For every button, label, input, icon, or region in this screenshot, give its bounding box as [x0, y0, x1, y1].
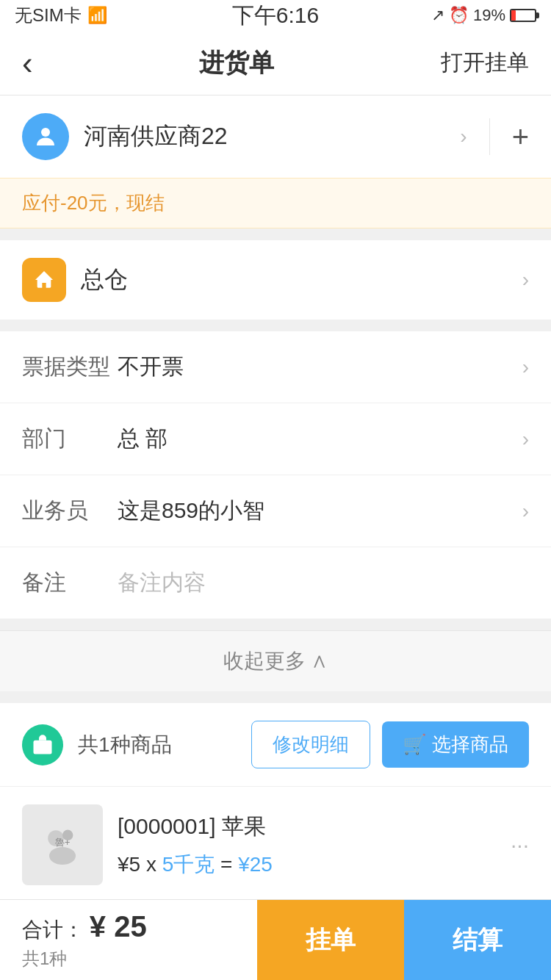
product-thumbnail: 魯+ [22, 804, 103, 885]
battery-icon [510, 9, 536, 22]
product-id: [0000001] [118, 814, 222, 838]
main-content: 河南供应商22 › + 应付-20元，现结 总仓 › 票据类型 不开票 › [0, 96, 551, 980]
suspend-button[interactable]: 挂单 [257, 900, 404, 981]
status-time: 下午6:16 [232, 1, 319, 31]
department-label: 部门 [22, 424, 118, 454]
product-price: ¥5 x 5千克 = ¥25 [118, 851, 496, 879]
product-thumb-icon: 魯+ [40, 823, 84, 867]
equals-sign: = [220, 853, 238, 876]
edit-detail-button[interactable]: 修改明细 [251, 721, 370, 768]
wifi-icon: 📶 [87, 6, 107, 25]
select-product-label: 选择商品 [432, 732, 508, 757]
nav-bar: ‹ 进货单 打开挂单 [0, 31, 551, 96]
status-left: 无SIM卡 📶 [15, 4, 107, 27]
open-pending-button[interactable]: 打开挂单 [441, 48, 529, 78]
product-more-button[interactable]: ··· [511, 832, 529, 857]
status-bar: 无SIM卡 📶 下午6:16 ↗ ⏰ 19% [0, 0, 551, 31]
total-label: 合计： [22, 918, 84, 941]
page-title: 进货单 [199, 46, 274, 80]
remark-placeholder: 备注内容 [118, 568, 529, 598]
product-header: 共1种商品 修改明细 🛒 选择商品 [0, 703, 551, 787]
back-button[interactable]: ‹ [22, 45, 33, 82]
divider [489, 118, 490, 155]
price-unit: ¥5 x [118, 853, 162, 876]
warehouse-icon [22, 258, 66, 302]
user-avatar-icon [32, 123, 59, 150]
warehouse-row[interactable]: 总仓 › [0, 240, 551, 320]
remark-label: 备注 [22, 568, 118, 598]
warehouse-name: 总仓 [81, 264, 522, 296]
salesperson-label: 业务员 [22, 496, 118, 526]
total-count: 共1种 [22, 947, 235, 970]
battery-percent: 19% [473, 6, 505, 25]
bottom-bar: 合计： ¥ 25 共1种 挂单 结算 [0, 899, 551, 980]
checkout-button[interactable]: 结算 [404, 900, 551, 981]
department-row[interactable]: 部门 总 部 › [0, 403, 551, 475]
form-section: 票据类型 不开票 › 部门 总 部 › 业务员 这是859的小智 › 备注 备注… [0, 331, 551, 619]
select-product-button[interactable]: 🛒 选择商品 [382, 721, 529, 768]
product-info: [0000001] 苹果 ¥5 x 5千克 = ¥25 [118, 812, 496, 879]
home-icon [32, 268, 56, 292]
svg-point-4 [49, 847, 76, 865]
product-count-label: 共1种商品 [78, 731, 251, 759]
supplier-chevron-icon: › [460, 125, 467, 148]
add-supplier-button[interactable]: + [512, 120, 529, 154]
warehouse-chevron-icon: › [522, 268, 529, 292]
supplier-section: 河南供应商22 › + 应付-20元，现结 [0, 96, 551, 228]
invoice-type-row[interactable]: 票据类型 不开票 › [0, 331, 551, 403]
collapse-toggle-button[interactable]: 收起更多 ∧ [0, 630, 551, 691]
supplier-name: 河南供应商22 [84, 120, 460, 153]
department-value: 总 部 [118, 424, 522, 454]
salesperson-chevron-icon: › [522, 500, 529, 523]
department-chevron-icon: › [522, 428, 529, 451]
payment-notice: 应付-20元，现结 [0, 178, 551, 228]
supplier-row[interactable]: 河南供应商22 › + [0, 96, 551, 178]
product-title: 苹果 [222, 814, 266, 838]
warehouse-section: 总仓 › [0, 240, 551, 320]
product-icon [22, 724, 63, 765]
total-amount: ¥ 25 [90, 910, 147, 943]
salesperson-value: 这是859的小智 [118, 496, 522, 526]
invoice-type-label: 票据类型 [22, 352, 118, 382]
product-total: ¥25 [238, 853, 273, 876]
total-area: 合计： ¥ 25 共1种 [0, 910, 257, 970]
supplier-avatar [22, 113, 69, 160]
product-item: 魯+ [0000001] 苹果 ¥5 x 5千克 = ¥25 ··· [0, 787, 551, 903]
product-name: [0000001] 苹果 [118, 812, 496, 842]
location-icon: ↗ [431, 6, 444, 25]
svg-text:魯+: 魯+ [55, 837, 71, 848]
svg-point-0 [41, 128, 50, 137]
total-row: 合计： ¥ 25 [22, 910, 235, 944]
svg-rect-1 [34, 740, 52, 754]
status-right: ↗ ⏰ 19% [431, 6, 536, 25]
cart-icon: 🛒 [403, 733, 426, 756]
invoice-type-value: 不开票 [118, 352, 522, 382]
remark-row[interactable]: 备注 备注内容 [0, 547, 551, 619]
alarm-icon: ⏰ [449, 6, 469, 25]
shopping-bag-icon [32, 734, 54, 756]
signal-text: 无SIM卡 [15, 4, 82, 27]
product-qty: 5千克 [162, 853, 215, 876]
salesperson-row[interactable]: 业务员 这是859的小智 › [0, 475, 551, 547]
products-section: 共1种商品 修改明细 🛒 选择商品 魯+ [0000001] 苹果 [0, 703, 551, 903]
invoice-chevron-icon: › [522, 356, 529, 379]
